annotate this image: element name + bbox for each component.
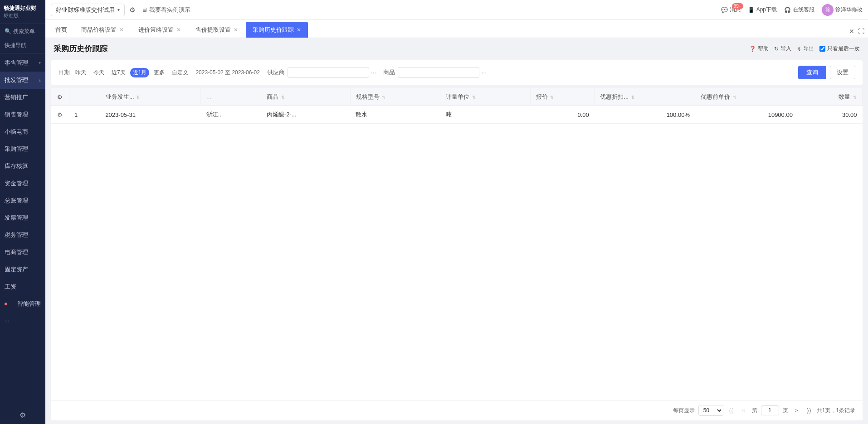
filter-supplier-group: 供应商 ··· bbox=[267, 67, 376, 78]
next-page-button[interactable]: ＞ bbox=[792, 405, 801, 415]
demo-icon: 🖥 bbox=[141, 6, 147, 13]
sidebar-logo: 畅捷通好业财 标准版 bbox=[0, 0, 45, 24]
tab-purchase-strategy[interactable]: 进价策略设置 ✕ bbox=[132, 22, 188, 38]
sidebar-item-retail[interactable]: 零售管理 ▾ bbox=[0, 54, 45, 72]
sidebar-item-ecom[interactable]: 电商管理 bbox=[0, 244, 45, 261]
sidebar-item-sales[interactable]: 销售管理 bbox=[0, 106, 45, 123]
th-pre-discount-price[interactable]: 优惠前单价 ⇅ bbox=[695, 88, 798, 106]
th-biz-date[interactable]: 业务发生... ⇅ bbox=[100, 88, 200, 106]
settings-button[interactable]: 设置 bbox=[830, 66, 855, 79]
sidebar-item-ledger[interactable]: 总账管理 bbox=[0, 192, 45, 209]
sidebar-item-fixed-assets[interactable]: 固定资产 bbox=[0, 261, 45, 278]
page-title: 采购历史价跟踪 bbox=[54, 43, 107, 54]
sidebar-item-ecom-small[interactable]: 小畅电商 bbox=[0, 123, 45, 140]
close-icon[interactable]: ✕ bbox=[234, 27, 238, 33]
query-button[interactable]: 查询 bbox=[798, 66, 826, 79]
supplier-input[interactable] bbox=[288, 67, 369, 78]
app-download-button[interactable]: 📱 App下载 bbox=[748, 6, 777, 14]
table-row: ⚙ 1 2023-05-31 浙江... 丙烯酸-2-... 散水 吨 0.00… bbox=[51, 106, 863, 124]
date-label: 日期 bbox=[58, 68, 70, 77]
table-header-row: ⚙ 业务发生... ⇅ ... 商品 ⇅ 规格型号 ⇅ 计量单位 ⇅ 报价 ⇅ … bbox=[51, 88, 863, 106]
supplier-dots[interactable]: ··· bbox=[371, 69, 376, 76]
sidebar-item-finance[interactable]: 资金管理 bbox=[0, 175, 45, 192]
date-opt-custom[interactable]: 自定义 bbox=[169, 68, 191, 77]
settings-gear-icon[interactable]: ⚙ bbox=[20, 411, 26, 419]
td-discount: 100.00% bbox=[595, 106, 695, 124]
chevron-up-icon: ▴ bbox=[39, 77, 41, 82]
sidebar-search[interactable]: 🔍 搜索菜单 bbox=[0, 24, 45, 39]
th-product[interactable]: 商品 ⇅ bbox=[261, 88, 351, 106]
date-opt-more[interactable]: 更多 bbox=[151, 68, 167, 77]
th-index bbox=[69, 88, 100, 106]
only-last-input[interactable] bbox=[819, 46, 825, 52]
sidebar-item-tax[interactable]: 税务管理 bbox=[0, 226, 45, 244]
tab-price[interactable]: 商品价格设置 ✕ bbox=[74, 22, 131, 38]
th-discount[interactable]: 优惠折扣... ⇅ bbox=[595, 88, 695, 106]
sidebar-item-purchase[interactable]: 采购管理 bbox=[0, 140, 45, 158]
pagination: 每页显示 50 20 100 ⟨⟨ ＜ 第 页 ＞ ⟩⟩ 共1页，1条记录 bbox=[51, 400, 863, 420]
page-number-input[interactable] bbox=[761, 405, 779, 415]
close-icon[interactable]: ✕ bbox=[297, 27, 301, 33]
only-last-checkbox[interactable]: 只看最后一次 bbox=[819, 45, 860, 53]
topbar-gear-icon[interactable]: ⚙ bbox=[129, 6, 135, 14]
sidebar-item-invoice[interactable]: 发票管理 bbox=[0, 209, 45, 226]
message-icon: 💬 bbox=[721, 7, 728, 13]
date-opt-last1m[interactable]: 近1月 bbox=[130, 68, 150, 77]
th-quoted[interactable]: 报价 ⇅ bbox=[530, 88, 595, 106]
demo-link[interactable]: 🖥 我要看实例演示 bbox=[141, 6, 190, 14]
last-page-button[interactable]: ⟩⟩ bbox=[805, 406, 813, 415]
app-logo-sub: 标准版 bbox=[4, 12, 42, 19]
sidebar-item-more[interactable]: ··· bbox=[0, 313, 45, 328]
td-qty: 30.00 bbox=[798, 106, 863, 124]
product-dots[interactable]: ··· bbox=[481, 69, 487, 76]
th-gear[interactable]: ⚙ bbox=[51, 88, 69, 106]
page-total: 共1页，1条记录 bbox=[817, 407, 855, 414]
main-table: ⚙ 业务发生... ⇅ ... 商品 ⇅ 规格型号 ⇅ 计量单位 ⇅ 报价 ⇅ … bbox=[51, 88, 863, 124]
product-label: 商品 bbox=[383, 68, 395, 77]
th-unit[interactable]: 计量单位 ⇅ bbox=[440, 88, 530, 106]
main-area: 好业财标准版交付试用 ▾ ⚙ 🖥 我要看实例演示 💬 消息 99+ 📱 App下… bbox=[45, 0, 868, 424]
close-tab-button[interactable]: ✕ bbox=[849, 28, 854, 35]
chevron-down-icon: ▾ bbox=[39, 60, 41, 65]
user-menu[interactable]: 徐 徐泽华修改 bbox=[822, 4, 863, 16]
tab-sale-price[interactable]: 售价提取设置 ✕ bbox=[189, 22, 245, 38]
sidebar-item-wholesale[interactable]: 批发管理 ▴ bbox=[0, 72, 45, 89]
per-page-select[interactable]: 50 20 100 bbox=[698, 405, 723, 416]
sidebar-item-inventory[interactable]: 库存核算 bbox=[0, 158, 45, 175]
help-button[interactable]: ❓ 帮助 bbox=[749, 45, 769, 53]
th-more-cols[interactable]: ... bbox=[201, 88, 261, 106]
filter-actions: 查询 设置 bbox=[798, 66, 855, 79]
prev-page-button[interactable]: ＜ bbox=[739, 405, 748, 415]
date-opt-last7[interactable]: 近7天 bbox=[109, 68, 128, 77]
sidebar-item-payroll[interactable]: 工资 bbox=[0, 278, 45, 295]
import-icon: ↻ bbox=[774, 46, 779, 52]
date-range: 2023-05-02 至 2023-06-02 bbox=[195, 69, 259, 77]
close-icon[interactable]: ✕ bbox=[176, 27, 181, 33]
sidebar-quick-nav[interactable]: 快捷导航 bbox=[0, 39, 45, 52]
td-product: 丙烯酸-2-... bbox=[261, 106, 351, 124]
export-button[interactable]: ↯ 导出 bbox=[797, 45, 814, 53]
tab-history-price[interactable]: 采购历史价跟踪 ✕ bbox=[246, 22, 308, 38]
filter-date-group: 日期 昨天 今天 近7天 近1月 更多 自定义 2023-05-02 至 202… bbox=[58, 68, 260, 77]
first-page-button[interactable]: ⟨⟨ bbox=[727, 406, 735, 415]
th-spec[interactable]: 规格型号 ⇅ bbox=[350, 88, 440, 106]
sidebar-item-marketing[interactable]: 营销推广 bbox=[0, 89, 45, 106]
version-label: 好业财标准版交付试用 bbox=[56, 6, 115, 14]
message-button[interactable]: 💬 消息 99+ bbox=[721, 6, 741, 14]
td-biz-date: 2023-05-31 bbox=[100, 106, 200, 124]
product-input[interactable] bbox=[398, 67, 479, 78]
expand-tab-button[interactable]: ⛶ bbox=[858, 28, 864, 35]
tab-home[interactable]: 首页 bbox=[49, 22, 73, 38]
date-opt-today[interactable]: 今天 bbox=[91, 68, 107, 77]
td-gear[interactable]: ⚙ bbox=[51, 106, 69, 124]
date-opt-yesterday[interactable]: 昨天 bbox=[73, 68, 89, 77]
close-icon[interactable]: ✕ bbox=[119, 27, 124, 33]
th-qty[interactable]: 数量 ⇅ bbox=[798, 88, 863, 106]
td-supplier: 浙江... bbox=[201, 106, 261, 124]
content-area: 采购历史价跟踪 ❓ 帮助 ↻ 导入 ↯ 导出 只看最后一次 bbox=[45, 38, 868, 424]
search-icon: 🔍 bbox=[5, 28, 11, 34]
version-selector[interactable]: 好业财标准版交付试用 ▾ bbox=[51, 4, 125, 16]
online-service-button[interactable]: 🎧 在线客服 bbox=[784, 6, 814, 14]
sidebar-item-smart[interactable]: 智能管理 bbox=[0, 295, 45, 313]
import-button[interactable]: ↻ 导入 bbox=[774, 45, 791, 53]
